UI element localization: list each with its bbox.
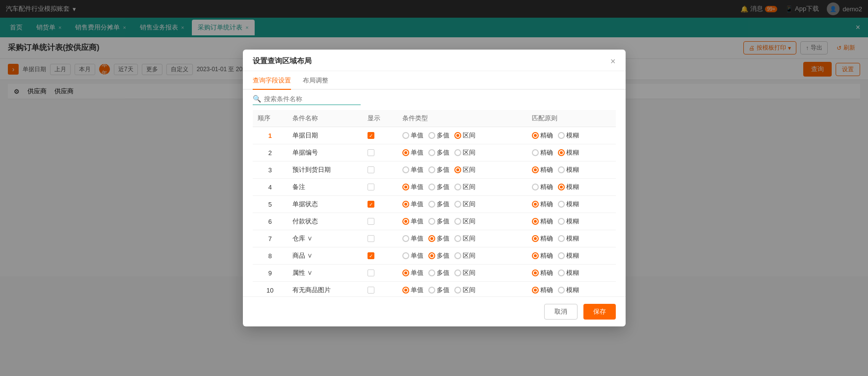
table-row: 9属性 ∨单值多值区间精确模糊 (253, 265, 616, 277)
conditions-table: 顺序 条件名称 显示 条件类型 匹配原则 1单据日期✓单值多值区间精确模糊2单据… (253, 110, 616, 276)
type-single-radio[interactable]: 单值 (402, 165, 423, 174)
row-match: 精确模糊 (527, 127, 616, 144)
show-checkbox[interactable]: ✓ (368, 252, 374, 259)
type-multi-radio[interactable]: 多值 (428, 183, 449, 191)
type-multi-radio[interactable]: 多值 (428, 217, 449, 226)
table-row: 3预计到货日期单值多值区间精确模糊 (253, 161, 616, 179)
match-exact-radio[interactable]: 精确 (532, 217, 553, 226)
table-row: 6付款状态单值多值区间精确模糊 (253, 213, 616, 230)
row-name: 单据日期 (288, 127, 363, 144)
show-checkbox[interactable] (368, 235, 374, 242)
type-range-radio[interactable]: 区间 (454, 183, 475, 191)
show-checkbox[interactable] (368, 184, 374, 190)
match-fuzzy-radio[interactable]: 模糊 (558, 165, 579, 174)
row-order: 5 (253, 196, 288, 213)
type-single-radio[interactable]: 单值 (402, 269, 423, 276)
match-exact-radio[interactable]: 精确 (532, 251, 553, 260)
type-multi-radio[interactable]: 多值 (428, 269, 449, 276)
type-single-radio[interactable]: 单值 (402, 251, 423, 260)
row-type: 单值多值区间 (397, 247, 526, 265)
type-range-radio[interactable]: 区间 (454, 131, 475, 140)
type-multi-radio[interactable]: 多值 (428, 251, 449, 260)
row-show[interactable]: ✓ (363, 127, 398, 144)
settings-dialog: 设置查询区域布局 × 查询字段设置 布局调整 🔍 顺序 条件名称 显示 (243, 50, 626, 276)
row-order: 3 (253, 161, 288, 179)
row-type: 单值多值区间 (397, 230, 526, 247)
type-multi-radio[interactable]: 多值 (428, 148, 449, 157)
row-name: 商品 ∨ (288, 247, 363, 265)
row-order: 6 (253, 213, 288, 230)
row-match: 精确模糊 (527, 247, 616, 265)
type-single-radio[interactable]: 单值 (402, 183, 423, 191)
tab-field-settings[interactable]: 查询字段设置 (253, 71, 291, 90)
row-match: 精确模糊 (527, 179, 616, 196)
match-exact-radio[interactable]: 精确 (532, 131, 553, 140)
row-show[interactable] (363, 144, 398, 161)
row-name: 单据编号 (288, 144, 363, 161)
row-match: 精确模糊 (527, 265, 616, 277)
dialog-header: 设置查询区域布局 × (243, 50, 626, 71)
row-match: 精确模糊 (527, 230, 616, 247)
match-fuzzy-radio[interactable]: 模糊 (558, 148, 579, 157)
row-show[interactable]: ✓ (363, 247, 398, 265)
show-checkbox[interactable] (368, 218, 374, 225)
type-single-radio[interactable]: 单值 (402, 234, 423, 243)
row-order: 4 (253, 179, 288, 196)
match-exact-radio[interactable]: 精确 (532, 148, 553, 157)
table-row: 1单据日期✓单值多值区间精确模糊 (253, 127, 616, 144)
col-header-name: 条件名称 (288, 110, 363, 127)
type-multi-radio[interactable]: 多值 (428, 131, 449, 140)
row-show[interactable] (363, 161, 398, 179)
match-fuzzy-radio[interactable]: 模糊 (558, 131, 579, 140)
row-name: 仓库 ∨ (288, 230, 363, 247)
type-single-radio[interactable]: 单值 (402, 200, 423, 209)
type-range-radio[interactable]: 区间 (454, 165, 475, 174)
row-show[interactable] (363, 265, 398, 277)
show-checkbox[interactable]: ✓ (368, 201, 374, 208)
show-checkbox[interactable] (368, 149, 374, 156)
tab-layout-adjust[interactable]: 布局调整 (303, 71, 328, 90)
type-range-radio[interactable]: 区间 (454, 269, 475, 276)
match-fuzzy-radio[interactable]: 模糊 (558, 200, 579, 209)
match-fuzzy-radio[interactable]: 模糊 (558, 234, 579, 243)
row-order: 1 (253, 127, 288, 144)
match-exact-radio[interactable]: 精确 (532, 269, 553, 276)
row-show[interactable] (363, 179, 398, 196)
type-multi-radio[interactable]: 多值 (428, 234, 449, 243)
type-single-radio[interactable]: 单值 (402, 148, 423, 157)
row-order: 2 (253, 144, 288, 161)
type-range-radio[interactable]: 区间 (454, 251, 475, 260)
type-range-radio[interactable]: 区间 (454, 200, 475, 209)
match-exact-radio[interactable]: 精确 (532, 200, 553, 209)
type-range-radio[interactable]: 区间 (454, 234, 475, 243)
row-name: 属性 ∨ (288, 265, 363, 277)
row-show[interactable] (363, 213, 398, 230)
match-exact-radio[interactable]: 精确 (532, 165, 553, 174)
match-exact-radio[interactable]: 精确 (532, 234, 553, 243)
table-row: 2单据编号单值多值区间精确模糊 (253, 144, 616, 161)
match-fuzzy-radio[interactable]: 模糊 (558, 217, 579, 226)
row-type: 单值多值区间 (397, 179, 526, 196)
row-name: 单据状态 (288, 196, 363, 213)
show-checkbox[interactable] (368, 166, 374, 173)
row-show[interactable]: ✓ (363, 196, 398, 213)
row-type: 单值多值区间 (397, 161, 526, 179)
type-multi-radio[interactable]: 多值 (428, 200, 449, 209)
dialog-table-wrap: 顺序 条件名称 显示 条件类型 匹配原则 1单据日期✓单值多值区间精确模糊2单据… (243, 110, 626, 276)
show-checkbox[interactable] (368, 269, 374, 276)
row-match: 精确模糊 (527, 213, 616, 230)
search-input[interactable] (264, 95, 352, 103)
type-single-radio[interactable]: 单值 (402, 131, 423, 140)
match-fuzzy-radio[interactable]: 模糊 (558, 251, 579, 260)
type-single-radio[interactable]: 单值 (402, 217, 423, 226)
match-fuzzy-radio[interactable]: 模糊 (558, 183, 579, 191)
type-range-radio[interactable]: 区间 (454, 148, 475, 157)
match-fuzzy-radio[interactable]: 模糊 (558, 269, 579, 276)
type-multi-radio[interactable]: 多值 (428, 165, 449, 174)
match-exact-radio[interactable]: 精确 (532, 183, 553, 191)
show-checkbox[interactable]: ✓ (368, 132, 374, 139)
type-range-radio[interactable]: 区间 (454, 217, 475, 226)
row-show[interactable] (363, 230, 398, 247)
dialog-close-btn[interactable]: × (610, 57, 616, 66)
row-order: 7 (253, 230, 288, 247)
